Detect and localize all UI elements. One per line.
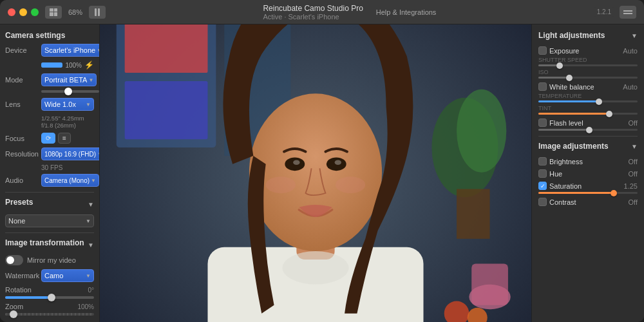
battery-fill	[41, 62, 62, 68]
section-divider-2	[5, 232, 94, 233]
temp-slider[interactable]	[538, 100, 638, 102]
close-button[interactable]	[8, 8, 15, 16]
minimize-button[interactable]	[19, 8, 27, 16]
wb-value: Auto	[623, 83, 638, 91]
flash-checkbox[interactable]	[538, 118, 547, 127]
rotation-label: Rotation	[5, 286, 39, 294]
temp-slider-fill	[538, 100, 598, 102]
exposure-value: Auto	[623, 47, 638, 55]
saturation-label: Saturation	[549, 182, 582, 190]
lens-select[interactable]: Wide 1.0x ▼	[41, 98, 94, 111]
flash-left: Flash level	[538, 118, 583, 127]
mode-row: Mode Portrait BETA ▼	[5, 73, 94, 86]
rotation-row: Rotation 0°	[5, 286, 94, 294]
watermark-arrow-icon: ▼	[86, 273, 91, 279]
rotation-slider[interactable]	[5, 296, 94, 299]
camera-preview	[100, 24, 531, 322]
pause-bar	[95, 8, 97, 16]
hue-label: Hue	[549, 170, 562, 178]
flash-slider[interactable]	[538, 129, 638, 131]
svg-point-21	[336, 176, 365, 193]
wb-label: White balance	[549, 83, 594, 91]
focus-auto-button[interactable]: ⟳	[41, 133, 55, 144]
light-adj-title: Light adjustments	[538, 31, 605, 40]
hue-checkbox[interactable]	[538, 169, 547, 178]
brightness-checkbox[interactable]	[538, 157, 547, 166]
exposure-header: Exposure Auto	[538, 46, 638, 55]
hue-row: Hue Off	[538, 169, 638, 178]
tint-slider-thumb	[606, 111, 612, 117]
focus-buttons: ⟳ ≡	[41, 133, 71, 144]
temp-label: TEMPERATURE	[538, 93, 638, 99]
title-bar: 68% Reincubate Camo Studio Pro Active · …	[0, 0, 644, 24]
image-transform-chevron-icon[interactable]: ▼	[88, 242, 94, 249]
app-window: 68% Reincubate Camo Studio Pro Active · …	[0, 0, 644, 322]
saturation-slider[interactable]	[538, 192, 638, 194]
contrast-value: Off	[629, 198, 638, 206]
image-adj-chevron-icon[interactable]: ▼	[631, 143, 638, 150]
temp-slider-thumb	[596, 99, 602, 105]
flash-slider-fill	[538, 129, 588, 131]
grid-view-icon[interactable]	[45, 6, 62, 19]
resolution-select[interactable]: 1080p 16:9 (FHD) ▼	[41, 147, 100, 160]
mode-slider[interactable]	[41, 90, 99, 93]
tint-slider[interactable]	[538, 113, 638, 115]
watermark-value: Camo	[44, 272, 63, 279]
mode-label: Mode	[5, 76, 39, 84]
focus-label: Focus	[5, 135, 39, 142]
contrast-checkbox[interactable]	[538, 198, 547, 206]
mode-value: Portrait BETA	[44, 76, 87, 84]
resolution-row: Resolution 1080p 16:9 (FHD) ▼	[5, 147, 94, 160]
hue-header: Hue Off	[538, 169, 638, 178]
battery-bar	[41, 62, 62, 68]
expand-icon[interactable]	[620, 6, 636, 19]
contrast-label: Contrast	[549, 198, 576, 206]
device-select[interactable]: Scarlet's iPhone ▼	[41, 44, 100, 57]
lens-value: Wide 1.0x	[44, 100, 76, 108]
pause-button[interactable]	[89, 6, 106, 19]
zoom-slider[interactable]	[5, 313, 94, 316]
iso-slider[interactable]	[538, 77, 638, 79]
version-badge: 1.2.1	[594, 7, 614, 17]
exposure-row: Exposure Auto SHUTTER SPEED ISO	[538, 46, 638, 79]
title-bar-left: 68%	[8, 6, 106, 19]
grid-cell	[54, 8, 58, 12]
svg-point-22	[282, 251, 348, 285]
presets-value: None	[8, 217, 25, 225]
wb-checkbox[interactable]	[538, 82, 547, 91]
mode-slider-thumb	[64, 88, 72, 95]
wb-left: White balance	[538, 82, 594, 91]
saturation-row: Saturation 1.25	[538, 182, 638, 194]
zoom-value: 100%	[77, 303, 94, 310]
mode-select[interactable]: Portrait BETA ▼	[41, 73, 97, 86]
rotation-value: 0°	[88, 287, 94, 294]
zoom-label: Zoom	[5, 303, 39, 310]
fps-text: 30 FPS	[5, 164, 94, 171]
maximize-button[interactable]	[31, 8, 39, 16]
image-adj-title: Image adjustments	[538, 142, 609, 151]
lens-info: 1/2.55" 4.25mm f/1.8 (26mm)	[5, 115, 94, 129]
presets-arrow-icon: ▼	[86, 218, 91, 224]
iso-label: ISO	[538, 69, 638, 75]
audio-select[interactable]: Camera (Mono) ▼	[41, 174, 99, 187]
shutter-slider[interactable]	[538, 64, 638, 66]
saturation-header: Saturation 1.25	[538, 182, 638, 190]
focus-manual-button[interactable]: ≡	[58, 133, 71, 144]
presets-select[interactable]: None ▼	[5, 214, 94, 227]
mirror-toggle[interactable]	[5, 255, 23, 265]
watermark-select[interactable]: Camo ▼	[41, 269, 94, 282]
mirror-label: Mirror my video	[27, 256, 76, 264]
device-label: Device	[5, 46, 39, 54]
light-adj-chevron-icon[interactable]: ▼	[631, 32, 638, 39]
grid-cell	[54, 12, 58, 16]
saturation-value: 1.25	[624, 182, 638, 190]
iso-slider-fill	[538, 77, 568, 79]
lens-row: Lens Wide 1.0x ▼	[5, 98, 94, 111]
help-link[interactable]: Help & Integrations	[376, 8, 437, 16]
presets-chevron-icon[interactable]: ▼	[88, 201, 94, 208]
saturation-checkbox[interactable]	[538, 182, 547, 190]
exposure-checkbox[interactable]	[538, 46, 547, 55]
pause-bar	[98, 8, 100, 16]
presets-title: Presets	[5, 198, 33, 207]
lightning-icon: ⚡	[84, 61, 94, 70]
